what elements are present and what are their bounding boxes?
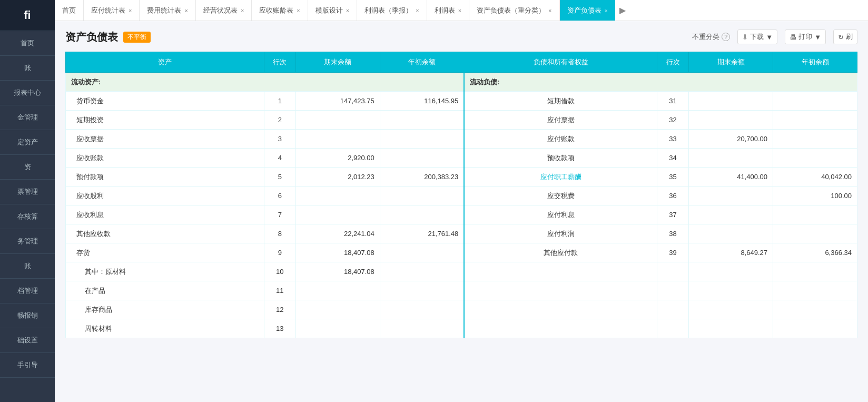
- left-row-num: 11: [264, 281, 295, 300]
- page-actions: 不重分类 ? ⇩ 下载 ▼ 🖶 打印 ▼ ↻ 刷: [692, 30, 857, 44]
- tab-profit[interactable]: 利润表 ×: [427, 0, 469, 21]
- right-end-balance: [689, 224, 773, 243]
- tab-close-balance-reclassified[interactable]: ×: [548, 7, 551, 14]
- sidebar-item-settings[interactable]: 础设置: [0, 328, 55, 353]
- tab-balance[interactable]: 资产负债表 ×: [560, 0, 615, 21]
- right-row-num: 35: [657, 168, 689, 187]
- left-begin-balance: [380, 319, 464, 338]
- tab-close-expense-stats[interactable]: ×: [184, 7, 188, 14]
- right-begin-balance: [773, 224, 857, 243]
- print-icon: 🖶: [790, 33, 796, 41]
- left-row-num: 10: [264, 262, 295, 281]
- tab-close-operations[interactable]: ×: [241, 7, 244, 14]
- left-row-num: 9: [264, 243, 295, 262]
- left-row-num: 6: [264, 187, 295, 205]
- page-title: 资产负债表: [65, 30, 118, 44]
- left-name: 货币资金: [66, 92, 264, 111]
- sidebar-item-archive[interactable]: 档管理: [0, 279, 55, 303]
- download-button[interactable]: ⇩ 下载 ▼: [737, 30, 777, 44]
- tab-close-payable-stats[interactable]: ×: [129, 7, 132, 14]
- report-table: 资产 行次 期末余额 年初余额 负债和所有者权益 行次 期末余额 年初余额 流动…: [65, 52, 857, 338]
- right-end-balance: 8,649.27: [689, 243, 773, 262]
- right-row-num: 36: [657, 187, 689, 205]
- right-begin-balance: [773, 130, 857, 149]
- sidebar-item-ledger[interactable]: 账: [0, 254, 55, 279]
- right-begin-balance: [773, 319, 857, 338]
- right-begin-balance: 6,366.34: [773, 243, 857, 262]
- right-name: [464, 262, 657, 281]
- tab-receivable-aging[interactable]: 应收账龄表 ×: [252, 0, 308, 21]
- left-begin-balance: 116,145.95: [380, 92, 464, 111]
- left-row-num: 5: [264, 168, 295, 187]
- right-end-balance: 20,700.00: [689, 130, 773, 149]
- tab-arrow-right[interactable]: ▶: [615, 5, 630, 15]
- tab-close-profit-quarterly[interactable]: ×: [416, 7, 419, 14]
- sidebar-item-home[interactable]: 首页: [0, 31, 55, 56]
- left-begin-balance: 200,383.23: [380, 168, 464, 187]
- tab-balance-reclassified[interactable]: 资产负债表（重分类） ×: [469, 0, 559, 21]
- header-row-num-right: 行次: [657, 52, 689, 73]
- sidebar-item-account[interactable]: 账: [0, 56, 55, 81]
- left-row-num: 12: [264, 300, 295, 319]
- print-button[interactable]: 🖶 打印 ▼: [785, 30, 826, 44]
- right-row-num: 33: [657, 130, 689, 149]
- sidebar: fi 首页 账 报表中心 金管理 定资产 资 票管理 存核算 务管理 账 档管理…: [0, 0, 55, 402]
- sidebar-item-inventory[interactable]: 存核算: [0, 204, 55, 229]
- tab-profit-quarterly[interactable]: 利润表（季报） ×: [357, 0, 427, 21]
- sidebar-item-tax[interactable]: 务管理: [0, 229, 55, 254]
- right-name: 预收款项: [464, 149, 657, 168]
- sidebar-item-capital[interactable]: 资: [0, 155, 55, 180]
- header-begin-balance-right: 年初余额: [773, 52, 857, 73]
- right-name: 其他应付款: [464, 243, 657, 262]
- tab-payable-stats[interactable]: 应付统计表 ×: [84, 0, 140, 21]
- right-row-num: [657, 319, 689, 338]
- header-asset: 资产: [66, 52, 264, 73]
- left-begin-balance: [380, 130, 464, 149]
- tab-close-profit[interactable]: ×: [458, 7, 461, 14]
- left-row-num: 7: [264, 205, 295, 224]
- sidebar-item-assets[interactable]: 定资产: [0, 130, 55, 155]
- right-end-balance: [689, 262, 773, 281]
- left-row-num: 13: [264, 319, 295, 338]
- header-end-balance-right: 期末余额: [689, 52, 773, 73]
- right-name: 应付利润: [464, 224, 657, 243]
- right-begin-balance: [773, 281, 857, 300]
- left-begin-balance: [380, 187, 464, 205]
- left-name: 短期投资: [66, 111, 264, 130]
- section-right: 流动负债:: [464, 73, 857, 92]
- left-row-num: 2: [264, 111, 295, 130]
- sidebar-item-reimbursement[interactable]: 畅报销: [0, 303, 55, 328]
- header-row-num-left: 行次: [264, 52, 295, 73]
- refresh-button[interactable]: ↻ 刷: [833, 30, 857, 44]
- tab-expense-stats[interactable]: 费用统计表 ×: [140, 0, 195, 21]
- right-name: 应付利息: [464, 205, 657, 224]
- download-icon: ⇩: [742, 33, 748, 41]
- right-name: [464, 281, 657, 300]
- left-end-balance: [295, 319, 380, 338]
- tab-operations[interactable]: 经营状况表 ×: [196, 0, 252, 21]
- left-name: 应收股利: [66, 187, 264, 205]
- page-header: 资产负债表 不平衡 不重分类 ? ⇩ 下载 ▼ 🖶 打印 ▼: [65, 30, 857, 44]
- sidebar-item-fund[interactable]: 金管理: [0, 105, 55, 130]
- left-end-balance: [295, 205, 380, 224]
- tab-close-balance[interactable]: ×: [605, 7, 608, 14]
- sidebar-item-invoice[interactable]: 票管理: [0, 180, 55, 204]
- left-begin-balance: [380, 243, 464, 262]
- right-begin-balance: [773, 149, 857, 168]
- tab-close-receivable-aging[interactable]: ×: [297, 7, 300, 14]
- left-name: 应收票据: [66, 130, 264, 149]
- left-end-balance: 2,012.23: [295, 168, 380, 187]
- tab-template-design[interactable]: 模版设计 ×: [308, 0, 357, 21]
- help-icon[interactable]: ?: [722, 33, 730, 41]
- section-left: 流动资产:: [66, 73, 465, 92]
- right-row-num: 38: [657, 224, 689, 243]
- left-end-balance: 22,241.04: [295, 224, 380, 243]
- right-row-num: [657, 262, 689, 281]
- page-content: 资产负债表 不平衡 不重分类 ? ⇩ 下载 ▼ 🖶 打印 ▼: [55, 21, 868, 402]
- page-title-area: 资产负债表 不平衡: [65, 30, 151, 44]
- right-begin-balance: [773, 92, 857, 111]
- sidebar-item-guide[interactable]: 手引导: [0, 353, 55, 378]
- tab-home[interactable]: 首页: [55, 0, 84, 21]
- tab-close-template-design[interactable]: ×: [346, 7, 349, 14]
- sidebar-item-reports[interactable]: 报表中心: [0, 81, 55, 105]
